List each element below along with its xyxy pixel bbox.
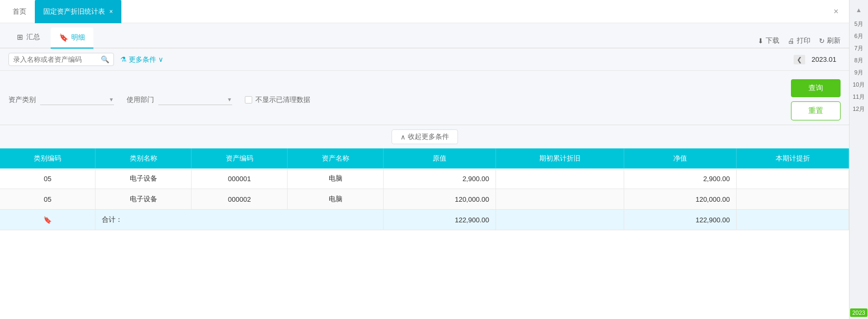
col-header-asset-code: 资产编码 [192, 148, 288, 168]
sidebar-month-item[interactable]: 8月 [852, 54, 866, 67]
refresh-button[interactable]: ↻ 刷新 [819, 36, 841, 45]
no-cleared-label: 不显示已清理数据 [255, 95, 310, 105]
col-header-accumulated-depreciation: 期初累计折旧 [496, 148, 624, 168]
print-label: 打印 [797, 36, 810, 45]
cell-net-value: 120,000.00 [624, 189, 737, 210]
detail-icon: 🔖 [59, 33, 68, 42]
sidebar-month-item[interactable]: 7月 [852, 42, 866, 54]
cell-total-icon: 🔖 [0, 210, 96, 230]
print-button[interactable]: 🖨 打印 [788, 36, 810, 45]
sidebar-month-item[interactable]: 12月 [852, 103, 866, 115]
active-tab[interactable]: 固定资产折旧统计表 × [35, 0, 121, 23]
sidebar-month-item[interactable]: 6月 [852, 30, 866, 42]
tab-title: 固定资产折旧统计表 [43, 7, 105, 16]
cell-category-name: 电子设备 [96, 189, 192, 210]
cell-asset-code: 000001 [192, 168, 288, 189]
summary-icon: ⊞ [17, 33, 23, 41]
tab-bar: ⊞ 汇总 🔖 明细 ⬇ 下载 🖨 打印 ↻ 刷新 [0, 23, 849, 49]
tab-summary[interactable]: ⊞ 汇总 [8, 26, 49, 48]
table-row: 05 电子设备 000001 电脑 2,900.00 2,900.00 [0, 168, 849, 189]
department-select[interactable]: ▼ [158, 95, 232, 105]
tab-close-icon[interactable]: × [109, 8, 113, 15]
cell-net-value: 2,900.00 [624, 168, 737, 189]
cell-accumulated-depreciation [496, 189, 624, 210]
col-header-asset-name: 资产名称 [288, 148, 384, 168]
table-total-row: 🔖 合计： 122,900.00 122,900.00 [0, 210, 849, 230]
top-nav: 首页 固定资产折旧统计表 × × [0, 0, 849, 23]
filter-buttons: 查询 重置 [791, 79, 841, 120]
chevron-up-icon: ∧ [400, 133, 406, 141]
sidebar-month-item[interactable]: 11月 [852, 91, 866, 103]
download-label: 下载 [766, 36, 779, 45]
search-input[interactable] [13, 55, 98, 63]
chevron-down-icon: ∨ [158, 55, 164, 63]
tab-detail[interactable]: 🔖 明细 [51, 27, 93, 49]
filter-row: 资产类别 ▼ 使用部门 ▼ 不显示已清理数据 查询 [8, 79, 841, 120]
asset-category-arrow-icon: ▼ [109, 97, 114, 102]
print-icon: 🖨 [788, 37, 795, 45]
collapse-label: 收起更多条件 [408, 132, 449, 142]
cell-total-accumulated [496, 210, 624, 230]
no-cleared-checkbox-wrap[interactable]: 不显示已清理数据 [245, 95, 310, 105]
sidebar-month-item[interactable]: 5月 [852, 18, 866, 30]
filter-area: 资产类别 ▼ 使用部门 ▼ 不显示已清理数据 查询 [0, 71, 849, 125]
sidebar-year-badge: 2023 [850, 308, 867, 317]
cell-accumulated-depreciation [496, 168, 624, 189]
home-nav[interactable]: 首页 [6, 7, 33, 16]
refresh-icon: ↻ [819, 37, 825, 45]
cell-original-value: 2,900.00 [384, 168, 496, 189]
more-conditions-label: 更多条件 [129, 55, 156, 64]
refresh-label: 刷新 [827, 36, 841, 45]
no-cleared-filter: 不显示已清理数据 [245, 95, 310, 105]
search-input-wrap[interactable]: 🔍 [8, 53, 114, 66]
department-arrow-icon: ▼ [227, 97, 232, 102]
col-header-original-value: 原值 [384, 148, 496, 168]
sidebar-scroll-up[interactable]: ▲ [854, 4, 864, 16]
collapse-bar: ∧ 收起更多条件 [0, 125, 849, 148]
date-prev-button[interactable]: ❮ [794, 55, 805, 64]
cell-asset-name: 电脑 [288, 189, 384, 210]
cell-category-code: 05 [0, 168, 96, 189]
sidebar-month-item[interactable]: 10月 [852, 79, 866, 91]
col-header-net-value: 净值 [624, 148, 737, 168]
cell-total-label: 合计： [96, 210, 384, 230]
asset-category-select[interactable]: ▼ [40, 95, 114, 105]
date-display: 2023.01 [807, 55, 841, 63]
table-header-row: 类别编码 类别名称 资产编码 资产名称 原值 期初累计折旧 净值 本期计提折 [0, 148, 849, 168]
download-icon: ⬇ [758, 37, 764, 45]
data-table: 类别编码 类别名称 资产编码 资产名称 原值 期初累计折旧 净值 本期计提折 0… [0, 148, 849, 230]
search-icon: 🔍 [101, 55, 109, 63]
cell-total-current [737, 210, 849, 230]
cell-asset-name: 电脑 [288, 168, 384, 189]
no-cleared-checkbox[interactable] [245, 96, 252, 104]
department-filter: 使用部门 ▼ [127, 95, 232, 105]
cell-current-depreciation [737, 189, 849, 210]
asset-category-label: 资产类别 [8, 95, 36, 105]
cell-asset-code: 000002 [192, 189, 288, 210]
more-conditions-button[interactable]: ⚗ 更多条件 ∨ [120, 55, 164, 64]
query-button[interactable]: 查询 [791, 79, 841, 97]
window-close-button[interactable]: × [829, 3, 843, 21]
tab-detail-label: 明细 [71, 33, 85, 42]
filter-icon: ⚗ [120, 55, 127, 63]
cell-category-name: 电子设备 [96, 168, 192, 189]
cell-total-net-value: 122,900.00 [624, 210, 737, 230]
cell-current-depreciation [737, 168, 849, 189]
collapse-button[interactable]: ∧ 收起更多条件 [392, 129, 458, 144]
cell-total-original-value: 122,900.00 [384, 210, 496, 230]
cell-category-code: 05 [0, 189, 96, 210]
download-button[interactable]: ⬇ 下载 [758, 36, 779, 45]
reset-button[interactable]: 重置 [791, 101, 841, 120]
tab-summary-label: 汇总 [26, 32, 40, 42]
asset-category-filter: 资产类别 ▼ [8, 95, 114, 105]
right-sidebar: ▲ 5月6月7月8月9月10月11月12月 2023 [849, 0, 868, 319]
col-header-current-depreciation: 本期计提折 [737, 148, 849, 168]
search-bar: 🔍 ⚗ 更多条件 ∨ ❮ 2023.01 [0, 49, 849, 71]
table-wrap: 类别编码 类别名称 资产编码 资产名称 原值 期初累计折旧 净值 本期计提折 0… [0, 148, 849, 319]
department-label: 使用部门 [127, 95, 154, 105]
table-row: 05 电子设备 000002 电脑 120,000.00 120,000.00 [0, 189, 849, 210]
col-header-category-name: 类别名称 [96, 148, 192, 168]
cell-original-value: 120,000.00 [384, 189, 496, 210]
col-header-category-code: 类别编码 [0, 148, 96, 168]
sidebar-month-item[interactable]: 9月 [852, 67, 866, 79]
